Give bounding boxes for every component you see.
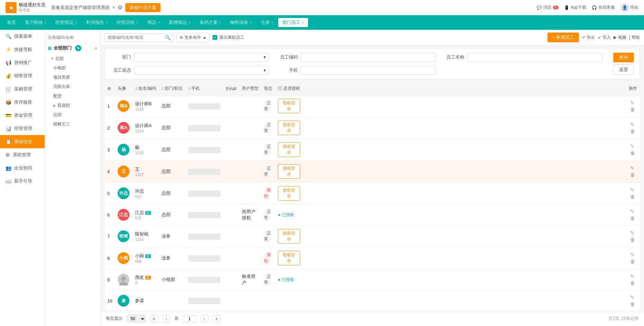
sidebar-item-营销推广[interactable]: 📢营销推广: [0, 56, 45, 69]
dept-collapse-btn[interactable]: «: [95, 46, 97, 51]
nav-tab-部门员工[interactable]: 部门员工×: [278, 18, 308, 27]
delete-btn[interactable]: 🗑: [629, 258, 636, 265]
status-select[interactable]: ▾: [134, 66, 269, 75]
auth-login-btn[interactable]: 授权登录: [278, 142, 300, 157]
sidebar-item-快捷导航[interactable]: ⚡快捷导航: [0, 43, 45, 56]
page-input[interactable]: [183, 315, 197, 322]
nav-tab-商品[interactable]: 商品×: [143, 18, 164, 27]
auth-login-btn[interactable]: 授权登录: [278, 121, 300, 135]
app-download-btn[interactable]: 📱 App下载: [564, 5, 586, 10]
empname-input[interactable]: [467, 53, 602, 62]
dept-node-总部[interactable]: 总部: [45, 110, 100, 120]
dept-node-双虚想[interactable]: ▶双虚想: [45, 101, 100, 110]
sidebar-item-基础信息[interactable]: 📋基础信息: [0, 135, 45, 148]
phone-input[interactable]: [301, 66, 436, 75]
sidebar-item-资金管理[interactable]: 💳资金管理: [0, 109, 45, 122]
nav-tab-仓库[interactable]: 仓库×: [257, 18, 278, 27]
col-dept[interactable]: ↕ 部门/职位: [159, 82, 185, 95]
edit-btn[interactable]: ✎: [629, 143, 636, 150]
col-settings[interactable]: ⚙: [105, 82, 115, 95]
sidebar-item-库存核算[interactable]: 📦库存核算: [0, 96, 45, 109]
emp-search-input[interactable]: [108, 35, 163, 40]
edit-btn[interactable]: ✎: [629, 208, 636, 215]
close-tab-icon[interactable]: ×: [302, 20, 304, 25]
delete-btn[interactable]: 🗑: [629, 150, 636, 157]
nav-tab-条码方案[interactable]: 条码方案×: [196, 18, 225, 27]
edit-btn[interactable]: ✎: [629, 229, 636, 236]
sidebar-item-系统管理[interactable]: ⚙系统管理: [0, 148, 45, 161]
sidebar-item-企业协同[interactable]: 👥企业协同: [0, 161, 45, 175]
video-btn[interactable]: ▶ 视频: [614, 35, 626, 41]
nav-tab-经营情况[interactable]: 经营情况×: [51, 18, 81, 27]
delete-btn[interactable]: 🗑: [629, 128, 636, 135]
nav-tab-客户联络[interactable]: 客户联络×: [21, 18, 51, 27]
try-btn[interactable]: 体验行业方案: [125, 3, 161, 12]
online-service-btn[interactable]: 🎧 在线客服: [592, 5, 615, 10]
nav-tab-利润报告[interactable]: 利润报告×: [82, 18, 112, 27]
edit-btn[interactable]: ✎: [629, 294, 636, 301]
nav-tab-经营历程[interactable]: 经营历程×: [112, 18, 142, 27]
delete-btn[interactable]: 🗑: [629, 171, 636, 178]
empcode-input[interactable]: [301, 53, 436, 62]
edit-btn[interactable]: ✎: [629, 273, 636, 280]
col-name[interactable]: ↕ 姓名/编码: [132, 82, 159, 95]
help-btn[interactable]: | 帮助: [629, 35, 640, 41]
dept-node-沈阳大库[interactable]: 沈阳大库: [45, 82, 100, 91]
col-phone[interactable]: ↕ 手机: [185, 82, 223, 95]
add-employee-btn[interactable]: + 新增员工: [547, 33, 579, 42]
show-resigned-toggle[interactable]: ✓ 显示离职员工: [212, 35, 244, 41]
auth-login-btn[interactable]: 授权登录: [278, 229, 300, 244]
close-tab-icon[interactable]: ×: [44, 20, 46, 25]
all-dept-label[interactable]: 全部部门: [54, 45, 72, 51]
close-tab-icon[interactable]: ×: [75, 20, 77, 25]
auth-login-btn[interactable]: 授权登录: [278, 251, 300, 265]
close-tab-icon[interactable]: ×: [106, 20, 108, 25]
dept-edit-icon[interactable]: ✎: [75, 45, 81, 51]
edit-btn[interactable]: ✎: [629, 165, 636, 171]
export-btn[interactable]: ↗ 导出: [582, 35, 595, 41]
dept-node-配货[interactable]: 配货: [45, 91, 100, 101]
edit-btn[interactable]: ✎: [629, 99, 636, 106]
user-btn[interactable]: 👤 用友: [620, 3, 638, 12]
dept-node-植树王三[interactable]: 植树王三: [45, 120, 100, 129]
auth-login-btn[interactable]: 授权登录: [278, 99, 300, 113]
nav-tab-物料清单[interactable]: 物料清单×: [226, 18, 256, 27]
delete-btn[interactable]: 🗑: [629, 106, 636, 113]
message-btn[interactable]: 💬 消息 6: [537, 5, 559, 10]
sidebar-item-采购管理[interactable]: 🛒采购管理: [0, 82, 45, 96]
edit-btn[interactable]: ✎: [629, 121, 636, 128]
delete-btn[interactable]: 🗑: [629, 280, 636, 287]
query-btn[interactable]: 查询: [613, 53, 634, 62]
dept-node-项目库房[interactable]: 项目库房: [45, 73, 100, 82]
close-tab-icon[interactable]: ×: [219, 20, 221, 25]
import-btn[interactable]: ↙ 导入: [598, 35, 611, 41]
prev-page-btn[interactable]: ‹: [163, 315, 170, 322]
show-resigned-checkbox[interactable]: ✓: [212, 35, 217, 40]
delete-btn[interactable]: 🗑: [629, 236, 636, 243]
sidebar-item-经营管理[interactable]: 📊经营管理: [0, 122, 45, 135]
sidebar-item-新手引导[interactable]: 📖新手引导: [0, 175, 45, 188]
close-tab-icon[interactable]: ×: [188, 20, 190, 25]
nav-tab-新增商品[interactable]: 新增商品×: [165, 18, 194, 27]
auth-login-btn[interactable]: 授权登录: [278, 186, 300, 201]
nav-tab-首页[interactable]: 首页: [3, 18, 20, 27]
close-tab-icon[interactable]: ×: [136, 20, 138, 25]
auth-login-btn[interactable]: 授权登录: [278, 164, 300, 179]
edit-btn[interactable]: ✎: [629, 186, 636, 193]
reset-btn[interactable]: 设置: [613, 64, 634, 75]
page-size-select[interactable]: 50 100: [127, 315, 146, 323]
close-tab-icon[interactable]: ×: [271, 20, 273, 25]
sidebar-item-销售管理[interactable]: 💰销售管理: [0, 69, 45, 82]
next-page-btn[interactable]: ›: [201, 315, 208, 322]
delete-btn[interactable]: 🗑: [629, 301, 636, 308]
first-page-btn[interactable]: «: [150, 315, 158, 322]
settings-icon[interactable]: ⚙: [118, 4, 123, 11]
dept-node-小电部[interactable]: 小电部: [45, 63, 100, 73]
delete-btn[interactable]: 🗑: [629, 193, 636, 200]
close-tab-icon[interactable]: ×: [158, 20, 160, 25]
edit-btn[interactable]: ✎: [629, 251, 636, 258]
close-tab-icon[interactable]: ×: [250, 20, 252, 25]
dropdown-icon[interactable]: ▾: [112, 5, 115, 10]
delete-btn[interactable]: 🗑: [629, 215, 636, 222]
sidebar-item-搜索菜单[interactable]: 🔍搜索菜单: [0, 30, 45, 43]
